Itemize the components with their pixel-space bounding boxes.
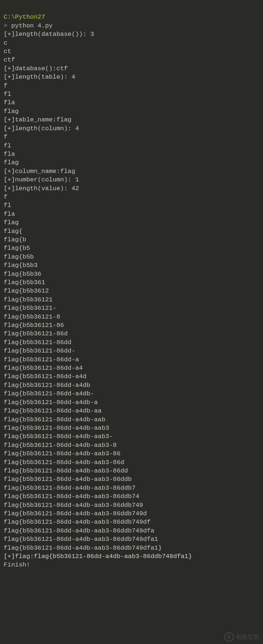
finish-line: Finish! — [4, 561, 30, 568]
command-line: python 4.py — [11, 22, 53, 29]
result-line: [+]flag:flag{b5b36121-86dd-a4db-aab3-86d… — [4, 553, 192, 560]
terminal-output: C:\Python27 > python 4.py [+]length(data… — [0, 0, 263, 572]
output-lines: [+]length(database()): 3 c ct ctf [+]dat… — [4, 31, 162, 551]
cwd-line: C:\Python27 — [4, 14, 45, 20]
prompt-symbol: > — [4, 22, 11, 29]
